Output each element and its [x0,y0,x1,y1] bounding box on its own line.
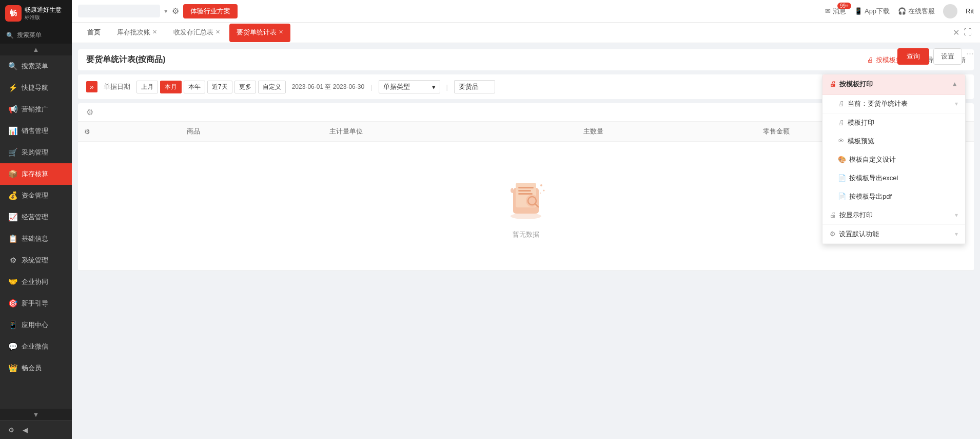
sidebar-item-guide[interactable]: 🎯新手引导 [0,293,72,314]
guide-icon: 🎯 [8,299,17,308]
default-func-chevron: ▾ [955,231,958,238]
dropdown-title: 按模板打印 [839,80,873,89]
query-button[interactable]: 查询 [897,48,929,65]
message-button[interactable]: ✉ 消息 99+ [825,7,846,16]
template_design-icon: 🎨 [838,156,846,163]
dropdown-item-template_print[interactable]: 🖨 模板打印 [822,113,965,132]
sidebar-logo: 畅 畅康通好生意 标准版 [0,0,72,27]
sidebar-item-enterprise[interactable]: 🤝企业协同 [0,271,72,293]
printer-icon: 🖨 [867,56,874,64]
doc-type-label: 单据类型 [383,82,410,91]
sidebar-item-basic[interactable]: 📋基础信息 [0,228,72,250]
purchase-icon: 🛒 [8,148,17,157]
topbar-dropdown-chevron[interactable]: ▾ [164,7,168,15]
template_print-icon: 🖨 [838,119,845,126]
topbar-settings-icon[interactable]: ⚙ [172,6,179,16]
date-btn-近7天[interactable]: 近7天 [207,81,232,93]
sidebar-item-shortcut[interactable]: ⚡快捷导航 [0,77,72,99]
sidebar-item-finance[interactable]: 💰资金管理 [0,185,72,206]
settings-icon[interactable]: ⚙ [8,426,14,434]
download-icon: 📱 [854,7,863,15]
user-avatar[interactable] [943,4,957,18]
default-func-item[interactable]: ⚙ 设置默认功能 ▾ [822,225,965,244]
print-header-icon: 🖨 [830,80,836,88]
sidebar-item-system[interactable]: ⚙系统管理 [0,250,72,271]
tab-close-inventory_batch[interactable]: ✕ [152,29,157,35]
display-print-item[interactable]: 🖨 按显示打印 ▾ [822,206,965,225]
sidebar-item-purchase[interactable]: 🛒采购管理 [0,142,72,163]
dropdown-item-export_pdf[interactable]: 📄 按模板导出pdf [822,187,965,206]
date-btn-自定义[interactable]: 自定义 [258,81,286,93]
tabs-container: 首页库存批次账✕收发存汇总表✕要货单统计表✕ [80,24,290,42]
tabs-bar: 首页库存批次账✕收发存汇总表✕要货单统计表✕ ✕ ⛶ [72,23,980,43]
message-icon: ✉ [825,7,831,15]
svg-point-10 [543,190,545,192]
svg-point-0 [511,213,541,219]
page-title: 要货单统计表(按商品) [86,54,166,65]
date-btn-本年[interactable]: 本年 [184,81,205,93]
sidebar-item-marketing[interactable]: 📢营销推广 [0,99,72,120]
apps-icon: 📱 [8,320,17,330]
tab-collection_summary[interactable]: 收发存汇总表✕ [166,24,227,42]
topbar-right: ✉ 消息 99+ 📱 App下载 🎧 在线客服 Rit [825,4,974,18]
date-btn-本月[interactable]: 本月 [160,81,182,93]
sidebar-scroll-down[interactable]: ▼ [0,409,72,421]
date-btn-更多[interactable]: 更多 [234,81,256,93]
dropdown-item-template_design[interactable]: 🎨 模板自定义设计 [822,150,965,169]
date-btn-上月[interactable]: 上月 [136,81,158,93]
tab-close-all-button[interactable]: ✕ [953,28,959,37]
tabs-right-actions: ✕ ⛶ [953,28,972,37]
message-count-badge: 99+ [837,3,851,9]
app-download-button[interactable]: 📱 App下载 [854,7,890,16]
dropdown-current-template[interactable]: 🖨 当前：要货单统计表 ▾ [822,94,965,113]
tab-close-order_stats[interactable]: ✕ [279,29,283,35]
col-header-product: 商品 [181,122,323,142]
svg-point-11 [540,193,541,194]
sidebar-scroll-up[interactable]: ▲ [0,44,72,55]
trial-industry-button[interactable]: 体验行业方案 [183,4,238,18]
tab-inventory_batch[interactable]: 库存批次账✕ [110,24,164,42]
brand-name: 畅康通好生意 [25,6,62,14]
tab-maximize-button[interactable]: ⛶ [964,28,972,37]
svg-rect-4 [518,190,531,192]
sidebar-item-apps[interactable]: 📱应用中心 [0,314,72,336]
tab-close-collection_summary[interactable]: ✕ [215,29,220,35]
filter-toggle-button[interactable]: » [86,81,97,92]
online-service-button[interactable]: 🎧 在线客服 [898,7,935,16]
doc-type-chevron: ▾ [432,83,436,91]
topbar: ▾ ⚙ 体验行业方案 ✉ 消息 99+ 📱 App下载 🎧 在线客服 Rit [72,0,980,23]
sidebar-item-operations[interactable]: 📈经营管理 [0,206,72,228]
dropdown-close-chevron[interactable]: ▲ [951,80,958,88]
dropdown-item-export_excel[interactable]: 📄 按模板导出excel [822,169,965,187]
sidebar-item-wechat[interactable]: 💬企业微信 [0,336,72,357]
tab-order_stats[interactable]: 要货单统计表✕ [229,24,290,42]
operations-icon: 📈 [8,213,17,222]
settings-button[interactable]: 设置 [933,48,962,65]
search-icon: 🔍 [8,62,17,71]
tab-home[interactable]: 首页 [80,24,108,42]
sidebar-bottom: ⚙ ◀ [0,421,72,439]
finance-icon: 💰 [8,191,17,200]
print-dropdown-menu: 🖨 按模板打印 ▲ 🖨 当前：要货单统计表 ▾ [822,74,966,244]
empty-text: 暂无数据 [513,230,539,239]
svg-rect-3 [518,187,534,188]
current-template-icon: 🖨 [838,100,845,107]
sidebar-search[interactable]: 🔍 搜索菜单 [0,27,72,44]
sidebar-item-search[interactable]: 🔍搜索菜单 [0,55,72,77]
sidebar-item-sales[interactable]: 📊销售管理 [0,120,72,142]
export_excel-icon: 📄 [838,174,846,182]
table-settings-button[interactable]: ⚙ [86,107,93,117]
headset-icon: 🎧 [898,7,906,15]
collapse-icon[interactable]: ◀ [23,426,28,434]
sidebar-item-member[interactable]: 👑畅会员 [0,357,72,379]
sidebar-item-inventory[interactable]: 📦库存核算 [0,163,72,185]
more-options-icon[interactable]: ··· [966,48,974,65]
sidebar: 畅 畅康通好生意 标准版 🔍 搜索菜单 ▲ 🔍搜索菜单⚡快捷导航📢营销推广📊销售… [0,0,72,439]
dropdown-item-template_preview[interactable]: 👁 模板预览 [822,132,965,150]
doc-type-select[interactable]: 单据类型 ▾ [379,80,440,93]
col-header-settings: ⚙ [78,122,181,142]
category-filter[interactable]: 要货品 [454,80,495,93]
date-buttons-group: 上月本月本年近7天更多自定义 [136,81,286,93]
wechat-icon: 💬 [8,342,17,351]
dropdown-current-section: 🖨 当前：要货单统计表 ▾ [822,94,965,113]
